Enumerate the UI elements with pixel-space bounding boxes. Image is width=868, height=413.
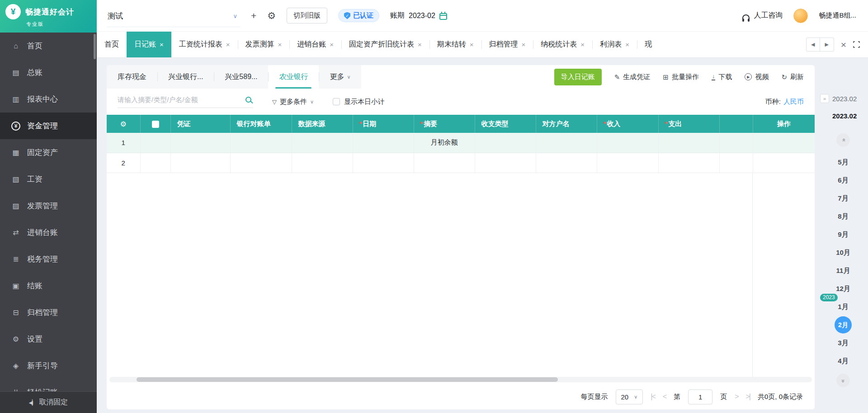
play-icon: ▶ — [745, 73, 752, 80]
close-icon[interactable]: × — [160, 41, 164, 48]
per-page-select[interactable]: 20 ∨ — [616, 390, 643, 404]
page-suffix: 页 — [720, 393, 727, 401]
close-icon[interactable]: × — [226, 41, 230, 48]
generate-voucher-button[interactable]: ✎ 生成凭证 — [614, 73, 651, 81]
sidebar-item-fund-management[interactable]: ¥ 资金管理 — [0, 113, 97, 139]
tab-journal[interactable]: 日记账 × — [127, 32, 171, 57]
tab-home[interactable]: 首页 — [97, 32, 127, 57]
month-item-active[interactable]: 2月 — [835, 316, 852, 333]
download-icon: ↓ — [712, 73, 716, 80]
tab-invoice-calc[interactable]: 发票测算 × — [238, 32, 290, 57]
switch-old-version-button[interactable]: 切到旧版 — [287, 8, 327, 23]
month-item[interactable]: 10月 — [820, 244, 866, 262]
sidebar-item-report-center[interactable]: ▥ 报表中心 — [0, 86, 97, 113]
select-all-checkbox[interactable] — [152, 121, 159, 128]
avatar[interactable] — [793, 9, 808, 23]
tab-period-end-carryover[interactable]: 期末结转 × — [429, 32, 481, 57]
close-icon[interactable]: × — [522, 41, 526, 48]
sidebar-item-purchase-sales-ledger[interactable]: ⇄ 进销台账 — [0, 219, 97, 246]
close-icon[interactable]: × — [330, 41, 334, 48]
next-page-button[interactable]: > — [735, 393, 738, 401]
sidebar-scrollbar[interactable] — [94, 34, 96, 59]
table-row[interactable]: 2 — [107, 153, 815, 173]
close-all-tabs-icon[interactable]: × — [841, 40, 846, 49]
month-item[interactable]: 5月 — [820, 153, 866, 171]
gear-icon[interactable]: ⚙ — [267, 11, 276, 20]
day-subtotal-checkbox[interactable] — [333, 98, 340, 105]
scroll-months-up-button[interactable]: » — [836, 133, 850, 147]
close-icon[interactable]: × — [580, 41, 585, 48]
scrollbar-thumb[interactable] — [137, 377, 558, 382]
sidebar-item-easy-bookkeeping[interactable]: ⇊ 轻松记账 — [0, 379, 97, 391]
close-icon[interactable]: × — [418, 41, 422, 48]
video-button[interactable]: ▶ 视频 — [745, 73, 769, 81]
sidebar-item-archive-management[interactable]: ⊟ 归档管理 — [0, 299, 97, 326]
horizontal-scrollbar[interactable] — [109, 377, 812, 382]
close-icon[interactable]: × — [470, 41, 474, 48]
batch-icon: ⊞ — [663, 74, 669, 80]
subtab-cash[interactable]: 库存现金 — [107, 65, 157, 89]
refresh-button[interactable]: ↻ 刷新 — [781, 73, 804, 81]
month-item[interactable]: 9月 — [820, 225, 866, 244]
more-conditions-button[interactable]: ▽ 更多条件 ∨ — [272, 98, 314, 106]
close-icon[interactable]: × — [278, 41, 282, 48]
subtab-cib-bank[interactable]: 兴业银行... — [157, 65, 214, 89]
sidebar-item-home[interactable]: ⌂ 首页 — [0, 33, 97, 59]
subtab-agricultural-bank[interactable]: 农业银行 — [268, 65, 319, 89]
tab-salary-report[interactable]: 工资统计报表 × — [171, 32, 238, 57]
table-row[interactable]: 1 月初余额 — [107, 133, 815, 153]
first-page-button[interactable]: |< — [651, 393, 655, 401]
tab-profit-statement[interactable]: 利润表 × — [592, 32, 637, 57]
table-empty-area — [107, 173, 815, 377]
shield-icon: ✓ — [344, 12, 350, 19]
month-item[interactable]: 8月 — [820, 207, 866, 225]
column-voucher: 凭证 — [170, 115, 230, 133]
close-icon[interactable]: × — [625, 41, 629, 48]
batch-operations-button[interactable]: ⊞ 批量操作 — [663, 73, 699, 81]
currency-value[interactable]: 人民币 — [783, 98, 804, 106]
period-item-current[interactable]: 2023.02 — [832, 112, 857, 120]
certified-badge[interactable]: ✓ 已认证 — [338, 9, 379, 22]
add-icon[interactable]: + — [251, 11, 256, 20]
scroll-tabs-right-button[interactable]: ▶ — [820, 38, 834, 52]
sidebar-item-closing[interactable]: ▣ 结账 — [0, 272, 97, 299]
tab-purchase-sales-ledger[interactable]: 进销台账 × — [289, 32, 341, 57]
fullscreen-icon[interactable] — [853, 41, 860, 48]
month-item[interactable]: 11月 — [820, 262, 866, 280]
tab-depreciation-report[interactable]: 固定资产折旧统计表 × — [341, 32, 429, 57]
sidebar-item-beginner-guide[interactable]: ◈ 新手引导 — [0, 352, 97, 379]
subtab-more[interactable]: 更多 ∨ — [319, 65, 361, 89]
sidebar-item-general-ledger[interactable]: ▤ 总账 — [0, 59, 97, 86]
page-number-input[interactable] — [688, 390, 712, 404]
sidebar-item-invoice-management[interactable]: ▨ 发票管理 — [0, 192, 97, 219]
sidebar-item-fixed-assets[interactable]: ▦ 固定资产 — [0, 139, 97, 166]
tab-tax-report[interactable]: 纳税统计表 × — [533, 32, 592, 57]
account-name[interactable]: 畅捷通B组... — [819, 11, 856, 20]
month-item[interactable]: 3月 — [820, 334, 866, 352]
support-button[interactable]: 人工咨询 — [742, 11, 783, 20]
tab-cashflow-partial[interactable]: 现 — [637, 32, 660, 57]
subtab-cib-589[interactable]: 兴业589... — [214, 65, 268, 89]
scroll-months-down-button[interactable]: » — [836, 374, 850, 387]
tab-archive-management[interactable]: 归档管理 × — [481, 32, 533, 57]
company-select[interactable]: 测试 ∨ — [107, 9, 240, 27]
accounting-period[interactable]: 账期 2023-02 — [390, 11, 447, 20]
last-page-button[interactable]: >| — [745, 393, 750, 401]
import-journal-button[interactable]: 导入日记账 — [554, 69, 602, 85]
prev-page-button[interactable]: < — [663, 393, 666, 401]
month-item[interactable]: 4月 — [820, 352, 866, 370]
download-button[interactable]: ↓ 下载 — [712, 73, 732, 81]
unpin-sidebar-button[interactable]: ◀▏ 取消固定 — [0, 391, 97, 413]
period-item[interactable]: 2023.02 — [832, 95, 857, 103]
collapse-rail-icon[interactable]: » — [820, 94, 829, 103]
scroll-tabs-left-button[interactable]: ◀ — [806, 38, 820, 52]
show-day-subtotal-toggle[interactable]: 显示本日小计 — [333, 98, 385, 106]
sidebar-item-payroll[interactable]: ▧ 工资 — [0, 166, 97, 192]
month-item[interactable]: 7月 — [820, 189, 866, 207]
month-item[interactable]: 6月 — [820, 171, 866, 189]
sidebar-item-tax-management[interactable]: ≣ 税务管理 — [0, 246, 97, 272]
search-icon[interactable] — [245, 97, 251, 103]
column-settings-icon[interactable]: ⚙ — [120, 120, 127, 128]
sidebar-item-settings[interactable]: ⚙ 设置 — [0, 326, 97, 352]
search-input[interactable] — [118, 96, 231, 103]
